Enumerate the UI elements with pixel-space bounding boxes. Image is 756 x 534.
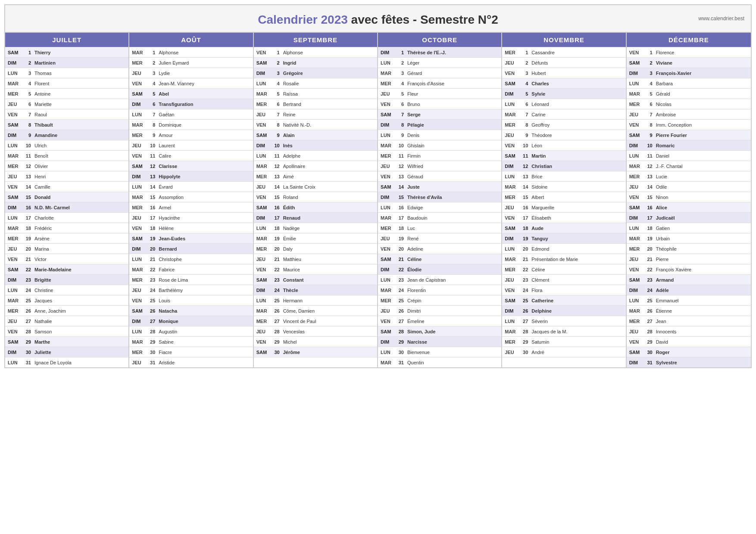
day-name: Présentation de Marie xyxy=(529,255,625,263)
day-row: DIM24Adèle xyxy=(627,285,751,295)
day-num: 31 xyxy=(22,359,32,366)
day-num: 14 xyxy=(643,183,653,191)
day-abbr: LUN xyxy=(627,80,643,87)
day-name: Thérèse d'Avila xyxy=(405,193,501,201)
day-abbr: LUN xyxy=(378,348,394,356)
day-num: 6 xyxy=(394,100,405,108)
day-num: 14 xyxy=(394,183,405,191)
day-row: VEN22François Xavière xyxy=(627,264,751,274)
day-row: VEN10Léon xyxy=(502,140,625,150)
day-name: Monique xyxy=(156,317,253,325)
day-name: Frédéric xyxy=(32,224,128,232)
day-num: 2 xyxy=(146,59,156,67)
day-num: 4 xyxy=(22,80,32,87)
day-num: 31 xyxy=(643,359,653,366)
day-name: Venceslas xyxy=(281,328,377,335)
day-row: SAM12Clarisse xyxy=(129,161,253,171)
day-num: 10 xyxy=(270,142,281,149)
day-name: Viviane xyxy=(653,59,751,67)
day-row: DIM15Thérèse d'Avila xyxy=(378,192,501,202)
day-num: 26 xyxy=(146,307,156,315)
day-row: VEN4Jean-M. Vianney xyxy=(129,78,253,88)
day-name: Alphonse xyxy=(281,49,377,56)
day-row: MER9Amour xyxy=(129,130,253,140)
day-num: 9 xyxy=(643,131,653,139)
day-abbr: VEN xyxy=(627,121,643,129)
day-row: JEU2Défunts xyxy=(502,57,625,68)
day-row: VEN22Maurice xyxy=(254,264,377,274)
day-row: VEN8Nativité N.-D. xyxy=(254,119,377,130)
day-abbr: MAR xyxy=(5,80,22,87)
day-abbr: SAM xyxy=(254,348,270,356)
day-num: 9 xyxy=(394,131,405,139)
day-num: 23 xyxy=(394,276,405,284)
day-name: Maurice xyxy=(281,266,377,273)
day-row: MAR12Apollinaire xyxy=(254,161,377,171)
day-row: DIM10Inès xyxy=(254,140,377,150)
day-abbr: VEN xyxy=(5,255,22,263)
day-num: 11 xyxy=(270,152,281,160)
day-row: MER13Lucie xyxy=(627,171,751,181)
day-row: MER6Nicolas xyxy=(627,99,751,109)
day-row: LUN16Edwige xyxy=(378,202,501,212)
day-row-empty xyxy=(254,357,377,367)
day-row: SAM2Viviane xyxy=(627,57,751,68)
day-name: Abel xyxy=(156,90,253,98)
day-row: LUN23Jean de Capistran xyxy=(378,274,501,285)
day-name: Marguerite xyxy=(529,204,625,211)
day-row: LUN17Charlotte xyxy=(5,212,128,223)
day-name: Innocents xyxy=(653,328,751,335)
day-name: Cassandre xyxy=(529,49,625,56)
day-name: Rose de Lima xyxy=(156,276,253,284)
day-abbr: LUN xyxy=(502,317,519,325)
day-num: 19 xyxy=(270,235,281,242)
day-abbr: SAM xyxy=(627,131,643,139)
day-row: MAR31Quentin xyxy=(378,357,501,367)
day-row: VEN27Émeline xyxy=(378,316,501,326)
day-num: 27 xyxy=(643,317,653,325)
month-col-novembre: NOVEMBREMER1CassandreJEU2DéfuntsVEN3Hube… xyxy=(502,33,626,367)
day-row: JEU13Henri xyxy=(5,171,128,181)
day-abbr: DIM xyxy=(5,59,22,67)
day-row: MER22Céline xyxy=(502,264,625,274)
day-num: 18 xyxy=(146,224,156,232)
day-abbr: JEU xyxy=(502,204,519,211)
website-label: www.calendrier.best xyxy=(698,16,744,22)
day-abbr: VEN xyxy=(378,245,394,253)
day-row: MER8Geoffroy xyxy=(502,119,625,130)
day-num: 21 xyxy=(643,255,653,263)
day-row: VEN7Raoul xyxy=(5,109,128,119)
day-abbr: MAR xyxy=(502,111,519,118)
day-row: SAM23Constant xyxy=(254,274,377,285)
day-row: MER20Théophile xyxy=(627,243,751,254)
day-num: 20 xyxy=(519,245,529,253)
day-name: Fleur xyxy=(405,90,501,98)
day-num: 11 xyxy=(519,152,529,160)
day-num: 15 xyxy=(270,193,281,201)
day-name: Romaric xyxy=(653,142,751,149)
day-abbr: MER xyxy=(254,245,270,253)
day-num: 19 xyxy=(22,235,32,242)
day-name: Léonard xyxy=(529,100,625,108)
day-name: Ulrich xyxy=(32,142,128,149)
day-row: SAM1Thierry xyxy=(5,47,128,57)
day-row: DIM3Grégoire xyxy=(254,68,377,78)
day-row: LUN7Gaétan xyxy=(129,109,253,119)
day-name: Alphonse xyxy=(156,49,253,56)
day-abbr: MAR xyxy=(129,266,146,273)
day-num: 20 xyxy=(270,245,281,253)
day-num: 30 xyxy=(22,348,32,356)
day-row: DIM29Narcisse xyxy=(378,336,501,347)
day-num: 23 xyxy=(146,276,156,284)
day-row: MAR7Carine xyxy=(502,109,625,119)
day-row: JEU6Mariette xyxy=(5,99,128,109)
day-name: Amour xyxy=(156,131,253,139)
day-name: Delphine xyxy=(529,307,625,315)
day-num: 10 xyxy=(519,142,529,149)
day-row: MER1Cassandre xyxy=(502,47,625,57)
day-name: Roger xyxy=(653,348,751,356)
day-num: 16 xyxy=(270,204,281,211)
day-abbr: JEU xyxy=(502,276,519,284)
day-row: DIM13Hippolyte xyxy=(129,171,253,181)
day-abbr: DIM xyxy=(129,317,146,325)
